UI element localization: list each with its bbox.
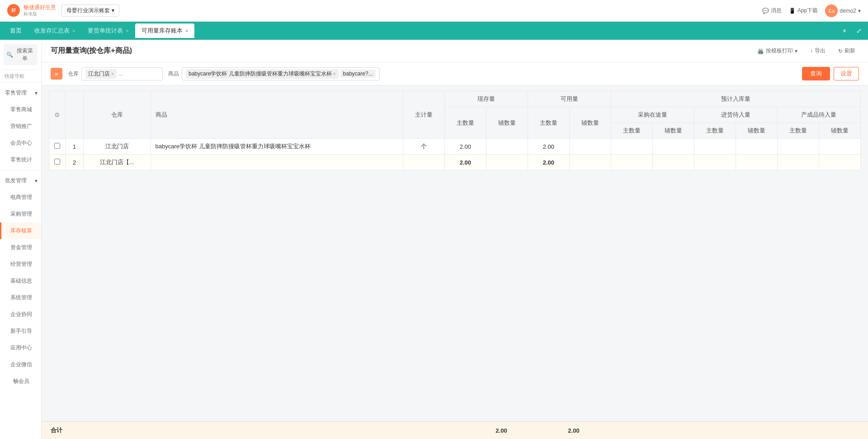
sidebar-search: 🔍 搜索菜单 [0, 40, 41, 70]
sidebar-item-inventory[interactable]: 库存核算 [0, 222, 41, 239]
sidebar-item-system[interactable]: 系统管理 [0, 289, 41, 306]
sidebar-item-zero-sales[interactable]: 零售管理 ▾ [0, 85, 41, 101]
sidebar: 🔍 搜索菜单 快捷导航 零售管理 ▾ 零售商城 营销推广 会员中心 零售统计 批… [0, 40, 42, 439]
refresh-label: 刷新 [844, 47, 855, 55]
th-product-main: 主数量 [777, 123, 819, 139]
sidebar-item-app-center[interactable]: 应用中心 [0, 340, 41, 356]
sidebar-item-enterprise[interactable]: 企业协同 [0, 306, 41, 323]
th-incoming-aux: 辅数量 [736, 123, 777, 139]
warehouse-tag-close[interactable]: × [111, 71, 114, 76]
sidebar-item-marketing[interactable]: 营销推广 [0, 118, 41, 135]
row2-check[interactable] [49, 155, 66, 170]
sidebar-item-new-guide[interactable]: 新手引导 [0, 323, 41, 340]
th-purchase-main: 主数量 [611, 123, 652, 139]
sidebar-item-ecommerce-label: 电商管理 [10, 194, 32, 200]
row2-num: 2 [66, 155, 84, 170]
footer-avail-main: 2.00 [556, 427, 592, 434]
search-menu-button[interactable]: 🔍 搜索菜单 [4, 44, 38, 65]
row2-current-main: 2.00 [444, 155, 486, 170]
avatar: Ea [825, 5, 838, 17]
row2-incoming-aux [736, 155, 777, 170]
tab-receipt-summary-close[interactable]: × [72, 28, 75, 33]
tab-close-all-button[interactable]: × [839, 25, 850, 36]
tab-order-stats-close[interactable]: × [126, 28, 128, 33]
app-download-button[interactable]: 📱 App下载 [789, 7, 818, 14]
row2-avail-aux [569, 155, 611, 170]
product-filter-input[interactable]: babycare学饮杯 儿童防摔防撞吸管杯重力球吸嘴杯宝宝水杯 × babyca… [182, 67, 380, 80]
warehouse-filter-more[interactable]: ... [118, 71, 123, 77]
content-area: 可用量查询(按仓库+商品) 🖨️ 按模板打印 ▾ ↑ 导出 ↻ 刷新 » [42, 40, 868, 439]
industry-select[interactable]: 母婴行业演示账套 ▾ [61, 5, 119, 17]
footer-total-row: 合计 2.00 2.00 [42, 421, 868, 439]
sidebar-item-enterprise-label: 企业协同 [10, 311, 32, 317]
row2-purchase-main [611, 155, 652, 170]
row2-incoming-main [694, 155, 736, 170]
sidebar-item-member2[interactable]: 畅会员 [0, 373, 41, 390]
message-icon: 💬 [762, 8, 769, 14]
sidebar-item-operations-label: 经营管理 [10, 261, 32, 267]
product-tag1-close[interactable]: × [333, 71, 336, 76]
row1-check[interactable] [49, 139, 66, 155]
th-product-pending: 产成品待入量 [777, 107, 860, 123]
row1-checkbox[interactable] [54, 143, 60, 149]
filter-bar: » 仓库 江北门店 × ... 商品 babycare学饮杯 儿童防摔防撞吸管杯… [42, 62, 868, 85]
th-current-main: 主数量 [444, 107, 486, 139]
tab-home[interactable]: 首页 [4, 24, 28, 38]
sidebar-item-purchase-label: 采购管理 [10, 211, 32, 217]
sidebar-item-member[interactable]: 会员中心 [0, 135, 41, 151]
industry-label: 母婴行业演示账套 [66, 7, 110, 14]
sidebar-divider2 [0, 170, 41, 170]
tab-maximize-button[interactable]: ⤢ [854, 25, 864, 36]
tab-receipt-summary[interactable]: 收发存汇总表 × [28, 24, 81, 38]
th-avail-aux: 辅数量 [569, 107, 611, 139]
sidebar-item-zero-stats[interactable]: 零售统计 [0, 151, 41, 168]
sidebar-item-wechat-label: 企业微信 [10, 361, 32, 368]
page-title: 可用量查询(按仓库+商品) [51, 46, 132, 56]
sidebar-item-finance[interactable]: 资金管理 [0, 239, 41, 256]
sidebar-item-member-label: 会员中心 [10, 140, 32, 146]
row1-incoming-aux [736, 139, 777, 155]
sidebar-item-wechat[interactable]: 企业微信 [0, 356, 41, 373]
data-table: ⚙ 仓库 商品 主计量 现存量 可用量 预计入库量 主数量 辅数量 主数量 [49, 91, 861, 170]
logo-area: 好 畅捷通好生意 标准版 [7, 4, 56, 17]
print-label: 按模板打印 [766, 47, 793, 55]
table-settings-icon[interactable]: ⚙ [54, 111, 60, 118]
sidebar-item-purchase[interactable]: 采购管理 [0, 206, 41, 222]
row1-product: babycare学饮杯 儿童防摔防撞吸管杯重力球吸嘴杯宝宝水杯 [151, 139, 403, 155]
tab-order-stats[interactable]: 要货单统计表 × [81, 24, 135, 38]
print-button[interactable]: 🖨️ 按模板打印 ▾ [754, 45, 801, 57]
sidebar-item-app-center-label: 应用中心 [10, 345, 32, 351]
sidebar-item-new-guide-label: 新手引导 [10, 328, 32, 334]
sidebar-item-zero-mall[interactable]: 零售商城 [0, 101, 41, 118]
tab-available-inventory[interactable]: 可用量库存账本 × [135, 24, 194, 38]
row2-avail-main: 2.00 [528, 155, 569, 170]
refresh-button[interactable]: ↻ 刷新 [835, 45, 859, 57]
product-tag1: babycare学饮杯 儿童防摔防撞吸管杯重力球吸嘴杯宝宝水杯 × [186, 69, 339, 79]
export-button[interactable]: ↑ 导出 [807, 45, 829, 57]
user-menu[interactable]: Ea demo2 ▾ [825, 5, 861, 17]
search-menu-label: 搜索菜单 [15, 47, 35, 62]
sidebar-item-operations[interactable]: 经营管理 [0, 256, 41, 273]
row2-product [151, 155, 403, 170]
settings-button[interactable]: 设置 [834, 67, 859, 80]
tab-order-stats-label: 要货单统计表 [88, 27, 123, 35]
tab-home-label: 首页 [10, 27, 22, 35]
refresh-icon: ↻ [838, 48, 843, 54]
warehouse-tag-text: 江北门店 [88, 70, 110, 78]
sidebar-item-ecommerce[interactable]: 电商管理 [0, 189, 41, 206]
th-incoming-main: 主数量 [694, 123, 736, 139]
product-tag1-text: babycare学饮杯 儿童防摔防撞吸管杯重力球吸嘴杯宝宝水杯 [189, 70, 332, 78]
th-warehouse: 仓库 [84, 91, 151, 139]
sidebar-divider [0, 82, 41, 83]
sidebar-item-base-info[interactable]: 基础信息 [0, 273, 41, 289]
query-button[interactable]: 查询 [802, 67, 830, 80]
warehouse-filter-input[interactable]: 江北门店 × ... [81, 67, 163, 80]
row2-checkbox[interactable] [54, 159, 60, 165]
sidebar-item-zero-stats-label: 零售统计 [10, 156, 32, 163]
table-row: 1 江北门店 babycare学饮杯 儿童防摔防撞吸管杯重力球吸嘴杯宝宝水杯 个… [49, 139, 861, 155]
sidebar-item-zero-sales-label: 零售管理 [5, 89, 27, 97]
sidebar-item-wholesale[interactable]: 批发管理 ▾ [0, 172, 41, 189]
filter-toggle-button[interactable]: » [51, 68, 62, 80]
tab-available-inventory-close[interactable]: × [185, 28, 188, 33]
message-button[interactable]: 💬 消息 [762, 7, 782, 14]
